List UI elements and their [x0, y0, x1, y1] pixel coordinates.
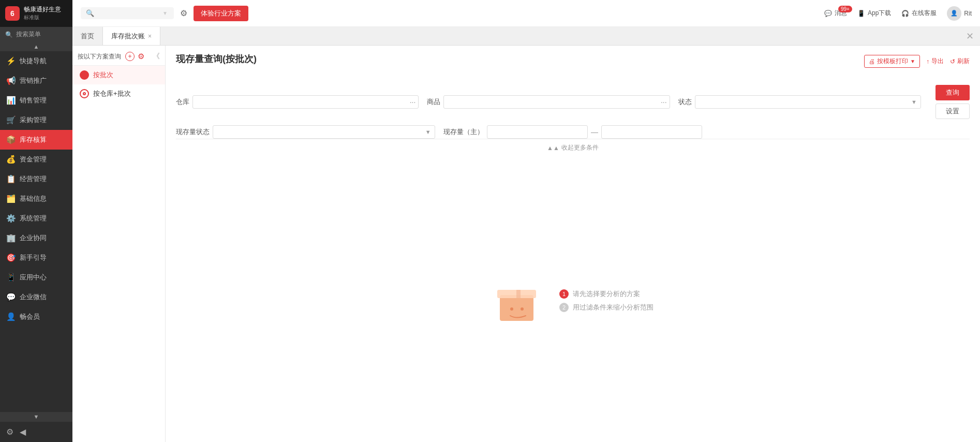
refresh-icon: ↺ — [950, 58, 955, 65]
experience-btn[interactable]: 体验行业方案 — [194, 6, 248, 21]
sidebar-label-enterprise: 企业协同 — [20, 233, 47, 243]
collapse-more-btn[interactable]: ▲▲ 收起更多条件 — [176, 139, 970, 156]
collapse-icon: ▲▲ — [547, 144, 559, 152]
left-panel-header: 按以下方案查询 + ⚙ 《 — [72, 46, 165, 66]
phone-icon: 📱 — [857, 10, 865, 17]
collapse-label: 收起更多条件 — [561, 143, 599, 152]
tabbar-right: ✕ — [966, 31, 980, 42]
status-input-wrapper: ▼ — [695, 95, 921, 109]
add-plan-icon[interactable]: + — [125, 52, 135, 61]
sidebar-logo: 6 — [5, 6, 20, 21]
message-action[interactable]: 💬 消息 99+ — [824, 9, 847, 18]
message-badge: 99+ — [838, 6, 852, 12]
warehouse-filter: 仓库 ··· — [176, 95, 419, 109]
sidebar-scroll-up[interactable]: ▲ — [0, 42, 72, 51]
sidebar-scroll-down[interactable]: ▼ — [0, 412, 72, 421]
sidebar-item-enterprise-wechat[interactable]: 💬 企业微信 — [0, 287, 72, 307]
plan-item-by-warehouse-batch[interactable]: 按仓库+批次 — [72, 84, 165, 103]
scheme-label: 按以下方案查询 — [78, 52, 121, 61]
headset-icon: 🎧 — [901, 10, 909, 17]
stock-status-select[interactable] — [213, 125, 435, 139]
sidebar-item-finance[interactable]: 💰 资金管理 — [0, 150, 72, 169]
sidebar-icon-system: ⚙️ — [6, 214, 16, 223]
sidebar-company: 畅康通好生意 — [24, 6, 61, 14]
plan-label-by-warehouse-batch: 按仓库+批次 — [93, 89, 131, 98]
stock-amount-to[interactable] — [601, 125, 702, 139]
empty-text: 1 请先选择要分析的方案 2 用过滤条件来缩小分析范围 — [559, 289, 654, 316]
close-panel-btn[interactable]: ✕ — [966, 31, 974, 42]
sidebar-search-label: 搜索菜单 — [16, 30, 41, 39]
sidebar-icon-quick-nav: ⚡ — [6, 56, 16, 66]
collapse-sidebar-icon[interactable]: ◀ — [20, 427, 26, 437]
product-input[interactable] — [443, 95, 670, 109]
stock-amount-label: 现存量（主） — [443, 127, 484, 137]
settings-btn[interactable]: 设置 — [936, 104, 970, 119]
print-btn[interactable]: 🖨 按模板打印 ▼ — [864, 55, 920, 68]
sidebar-label-system: 系统管理 — [20, 214, 47, 223]
empty-svg — [492, 277, 544, 329]
export-label: 导出 — [931, 57, 944, 66]
sidebar-item-member[interactable]: 👤 畅会员 — [0, 307, 72, 327]
topbar-search-caret: ▼ — [162, 10, 168, 16]
status-select[interactable] — [695, 95, 921, 109]
sidebar-item-purchase[interactable]: 🛒 采购管理 — [0, 110, 72, 130]
stock-amount-dash: — — [591, 128, 598, 136]
sidebar-label-inventory: 库存核算 — [20, 135, 47, 144]
content-area: 按以下方案查询 + ⚙ 《 按批次按仓库+批次 现存量查询(按批次) 🖨 — [72, 46, 980, 442]
settings-icon[interactable]: ⚙ — [6, 427, 13, 437]
empty-state-content: 1 请先选择要分析的方案 2 用过滤条件来缩小分析范围 — [492, 277, 654, 329]
sidebar-label-enterprise-wechat: 企业微信 — [20, 292, 47, 302]
sidebar-label-newbie: 新手引导 — [20, 253, 47, 262]
topbar-search-box: 🔍 ▼ — [81, 7, 174, 19]
collapse-panel-icon[interactable]: 《 — [153, 52, 160, 61]
svg-point-3 — [510, 307, 513, 311]
sidebar-item-enterprise[interactable]: 🏢 企业协同 — [0, 228, 72, 248]
sidebar-label-marketing: 营销推广 — [20, 76, 47, 85]
topbar-search-input[interactable] — [97, 10, 159, 17]
sidebar-item-operations[interactable]: 📋 经营管理 — [0, 169, 72, 189]
tab-close-icon[interactable]: × — [148, 33, 152, 40]
stock-status-filter: 现存量状态 ▼ — [176, 125, 435, 139]
query-btn[interactable]: 查询 — [936, 85, 970, 100]
sidebar-search[interactable]: 🔍 搜索菜单 — [0, 27, 72, 42]
hint-text-1: 请先选择要分析的方案 — [573, 289, 640, 299]
sidebar-item-quick-nav[interactable]: ⚡ 快捷导航 — [0, 51, 72, 71]
settings-plan-icon[interactable]: ⚙ — [138, 52, 144, 61]
empty-illustration — [492, 277, 544, 329]
app-download-action[interactable]: 📱 App下载 — [857, 9, 891, 18]
status-filter: 状态 ▼ — [678, 95, 921, 109]
filter-area: 仓库 ··· 商品 ··· 状态 — [166, 78, 980, 164]
topbar-search-icon: 🔍 — [86, 9, 94, 17]
plan-list: 按批次按仓库+批次 — [72, 66, 165, 103]
empty-state: 1 请先选择要分析的方案 2 用过滤条件来缩小分析范围 — [166, 164, 980, 442]
empty-hint-1-item: 1 请先选择要分析的方案 — [559, 289, 654, 299]
online-service-action[interactable]: 🎧 在线客服 — [901, 9, 937, 18]
online-service-label: 在线客服 — [912, 9, 937, 18]
sidebar-item-marketing[interactable]: 📢 营销推广 — [0, 71, 72, 91]
sidebar-label-app-center: 应用中心 — [20, 273, 47, 282]
tab-home[interactable]: 首页 — [72, 27, 103, 45]
sidebar-item-system[interactable]: ⚙️ 系统管理 — [0, 209, 72, 228]
avatar-placeholder: 👤 — [951, 10, 958, 17]
sidebar-label-purchase: 采购管理 — [20, 115, 47, 125]
user-profile-action[interactable]: 👤 Rit — [947, 6, 972, 21]
stock-amount-from[interactable] — [487, 125, 588, 139]
sidebar-item-inventory[interactable]: 📦 库存核算 — [0, 130, 72, 150]
topbar: 🔍 ▼ ⚙ 体验行业方案 💬 消息 99+ 📱 App下载 🎧 在线客服 — [72, 0, 980, 27]
product-more-btn[interactable]: ··· — [661, 98, 667, 106]
topbar-gear-icon[interactable]: ⚙ — [180, 8, 187, 18]
filter-row-1: 仓库 ··· 商品 ··· 状态 — [176, 85, 970, 119]
warehouse-label: 仓库 — [176, 97, 189, 107]
warehouse-more-btn[interactable]: ··· — [410, 98, 416, 106]
sidebar-item-basics[interactable]: 🗂️ 基础信息 — [0, 189, 72, 209]
sidebar: 6 畅康通好生意 标准版 🔍 搜索菜单 ▲ ⚡ 快捷导航 📢 营销推广 📊 销售… — [0, 0, 72, 442]
export-btn[interactable]: ↑ 导出 — [926, 57, 944, 66]
plan-item-by-batch[interactable]: 按批次 — [72, 66, 165, 84]
sidebar-item-newbie[interactable]: 🎯 新手引导 — [0, 248, 72, 268]
sidebar-item-app-center[interactable]: 📱 应用中心 — [0, 268, 72, 287]
sidebar-item-sales[interactable]: 📊 销售管理 — [0, 91, 72, 110]
warehouse-input[interactable] — [192, 95, 419, 109]
tab-inventory-batch[interactable]: 库存批次账 × — [103, 27, 160, 45]
stock-amount-filter: 现存量（主） — — [443, 125, 703, 139]
refresh-btn[interactable]: ↺ 刷新 — [950, 57, 970, 66]
